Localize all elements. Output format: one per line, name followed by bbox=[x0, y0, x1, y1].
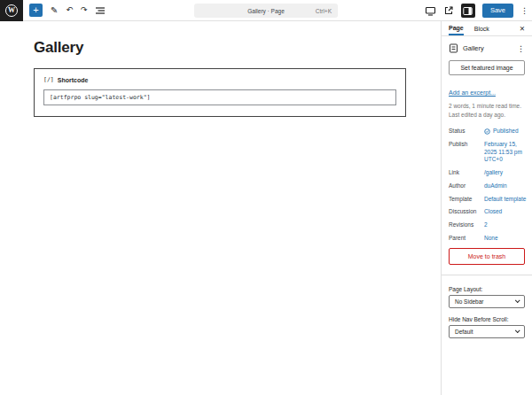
kebab-icon: ⋮ bbox=[520, 6, 528, 15]
hide-nav-select[interactable]: Default bbox=[449, 325, 525, 338]
revisions-value[interactable]: 2 bbox=[484, 221, 488, 229]
add-excerpt-link[interactable]: Add an excerpt... bbox=[449, 89, 496, 96]
command-palette-button[interactable]: Gallery · Page Ctrl+K bbox=[194, 4, 338, 18]
sidebar-panel-icon bbox=[463, 6, 473, 16]
save-button[interactable]: Save bbox=[482, 4, 513, 18]
document-meta: 2 words, 1 minute read time. Last edited… bbox=[449, 102, 525, 120]
shortcode-block[interactable]: [/] Shortcode [artfprpo slug="latest-wor… bbox=[34, 68, 406, 117]
summary-row-author: Author duAdmin bbox=[449, 182, 525, 190]
preview-button[interactable] bbox=[443, 5, 454, 16]
page-layout-label: Page Layout: bbox=[449, 286, 525, 292]
document-card-title: Gallery bbox=[463, 44, 484, 52]
template-value[interactable]: Default template bbox=[484, 196, 526, 204]
author-value[interactable]: duAdmin bbox=[484, 182, 507, 190]
publish-date-value[interactable]: February 15, 2025 11:53 pm UTC+0 bbox=[484, 141, 525, 164]
published-status-icon bbox=[484, 128, 490, 135]
summary-row-publish: Publish February 15, 2025 11:53 pm UTC+0 bbox=[449, 141, 525, 164]
view-button[interactable] bbox=[425, 5, 436, 17]
topbar-actions: Save ⋮ bbox=[425, 0, 528, 21]
hide-nav-label: Hide Nav Before Scroll: bbox=[449, 316, 525, 322]
document-actions-button[interactable]: ⋮ bbox=[517, 44, 525, 53]
editor-canvas[interactable]: Gallery [/] Shortcode [artfprpo slug="la… bbox=[0, 21, 441, 395]
word-count-text: 2 words, 1 minute read time. bbox=[449, 102, 525, 111]
wordpress-logo[interactable]: W bbox=[0, 0, 23, 21]
close-icon: ✕ bbox=[520, 25, 525, 33]
redo-button[interactable]: ↷ bbox=[81, 6, 88, 14]
set-featured-image-button[interactable]: Set featured image bbox=[449, 60, 525, 75]
page-icon bbox=[449, 43, 458, 53]
tab-block[interactable]: Block bbox=[474, 21, 489, 35]
page-panel: Gallery ⋮ Set featured image Add an exce… bbox=[442, 36, 532, 346]
last-edited-text: Last edited a day ago. bbox=[449, 111, 525, 120]
page-layout-value: No Sidebar bbox=[455, 298, 484, 305]
summary-row-parent: Parent None bbox=[449, 235, 525, 243]
block-inserter-button[interactable]: + bbox=[29, 4, 43, 17]
summary-row-discussion: Discussion Closed bbox=[449, 208, 525, 216]
command-shortcut: Ctrl+K bbox=[316, 4, 332, 18]
editor-topbar: W + ✎ ↶ ↷ Gallery · Page Ctrl+K bbox=[0, 0, 532, 21]
settings-sidebar: Page Block ✕ Gallery ⋮ Set featured imag… bbox=[441, 21, 532, 395]
panel-divider bbox=[442, 275, 532, 275]
undo-icon: ↶ bbox=[66, 5, 73, 14]
external-link-icon bbox=[443, 5, 454, 16]
plus-icon: + bbox=[33, 5, 38, 15]
summary-row-revisions: Revisions 2 bbox=[449, 221, 525, 229]
sidebar-tabs: Page Block ✕ bbox=[442, 21, 532, 36]
redo-icon: ↷ bbox=[81, 5, 88, 14]
settings-sidebar-toggle[interactable] bbox=[461, 4, 475, 18]
summary-row-status: Status Published bbox=[449, 128, 525, 136]
list-view-icon bbox=[95, 5, 106, 16]
shortcode-block-label: Shortcode bbox=[58, 77, 89, 83]
list-view-button[interactable] bbox=[95, 5, 106, 16]
shortcode-input[interactable]: [artfprpo slug="latest-work"] bbox=[43, 89, 396, 105]
monitor-icon bbox=[425, 5, 436, 17]
move-to-trash-button[interactable]: Move to trash bbox=[449, 248, 525, 265]
shortcode-block-header: [/] Shortcode bbox=[43, 76, 396, 83]
summary-row-link: Link /gallery bbox=[449, 169, 525, 177]
document-card: Gallery ⋮ bbox=[449, 43, 525, 53]
tools-button[interactable]: ✎ bbox=[51, 6, 58, 15]
shortcode-icon: [/] bbox=[43, 76, 54, 83]
pencil-icon: ✎ bbox=[51, 5, 58, 15]
kebab-icon: ⋮ bbox=[517, 44, 525, 53]
discussion-value[interactable]: Closed bbox=[484, 208, 502, 216]
link-value[interactable]: /gallery bbox=[484, 169, 503, 177]
editor-body: Gallery [/] Shortcode [artfprpo slug="la… bbox=[0, 21, 532, 395]
undo-button[interactable]: ↶ bbox=[66, 6, 73, 14]
summary-row-template: Template Default template bbox=[449, 196, 525, 204]
parent-value[interactable]: None bbox=[484, 235, 498, 243]
hide-nav-value: Default bbox=[455, 329, 473, 335]
options-menu-button[interactable]: ⋮ bbox=[520, 6, 528, 15]
tab-page[interactable]: Page bbox=[449, 21, 464, 35]
chevron-down-icon bbox=[515, 329, 520, 334]
chevron-down-icon bbox=[515, 298, 520, 304]
page-title[interactable]: Gallery bbox=[34, 39, 441, 57]
wordpress-editor: W + ✎ ↶ ↷ Gallery · Page Ctrl+K bbox=[0, 0, 532, 395]
close-sidebar-button[interactable]: ✕ bbox=[520, 21, 525, 35]
wordpress-logo-icon: W bbox=[5, 4, 18, 17]
page-layout-select[interactable]: No Sidebar bbox=[449, 295, 525, 308]
status-value[interactable]: Published bbox=[484, 128, 519, 136]
